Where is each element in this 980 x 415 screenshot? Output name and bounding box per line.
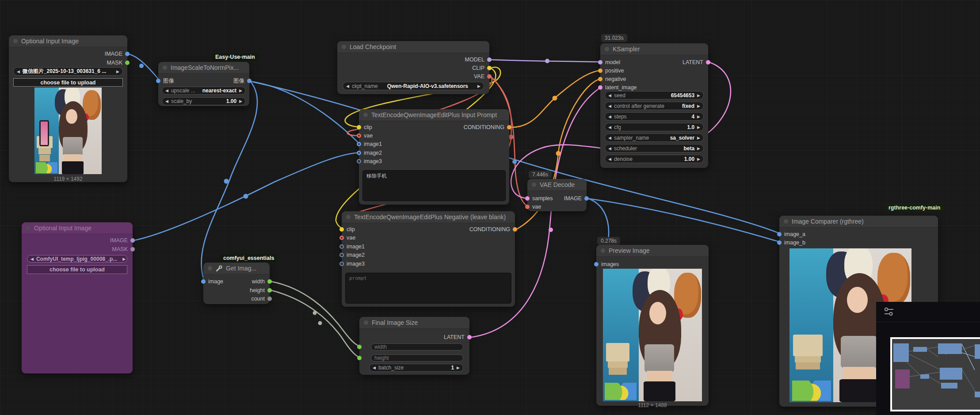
- output-image-port[interactable]: 图像: [233, 77, 252, 84]
- input-image2-port[interactable]: image2: [339, 251, 365, 259]
- image-port-icon[interactable]: [584, 196, 589, 201]
- scheduler-widget[interactable]: ◀ scheduler beta ▶: [605, 144, 704, 152]
- upload-button[interactable]: choose file to upload: [27, 265, 127, 274]
- sliders-icon[interactable]: [883, 306, 895, 317]
- input-image1-port[interactable]: image1: [339, 243, 365, 250]
- combo-left-arrow-icon[interactable]: ◀: [608, 114, 611, 119]
- steps-widget[interactable]: ◀ steps 4 ▶: [605, 112, 704, 121]
- node-title-bar[interactable]: VAE Decode: [527, 179, 587, 191]
- output-mask-port[interactable]: MASK: [112, 246, 135, 253]
- collapse-dot-icon[interactable]: [532, 183, 536, 187]
- image-port-icon[interactable]: [357, 159, 361, 164]
- output-mask-port[interactable]: MASK: [107, 59, 130, 66]
- graph-minimap[interactable]: [890, 337, 980, 411]
- input-image-b-port[interactable]: image_b: [777, 239, 805, 246]
- input-image-port[interactable]: image: [201, 278, 223, 285]
- node-title-bar[interactable]: KSampler: [600, 43, 708, 55]
- combo-right-arrow-icon[interactable]: ▶: [697, 146, 700, 151]
- scale-by-widget[interactable]: ◀ scale_by 1.00 ▶: [162, 97, 246, 105]
- ckpt-name-combo[interactable]: ◀ ckpt_name Qwen-Rapid-AIO-v3.safetensor…: [343, 82, 484, 90]
- node-positive-prompt[interactable]: TextEncodeQwenImageEditPlus Input Prompt…: [359, 109, 509, 205]
- combo-right-arrow-icon[interactable]: ▶: [697, 157, 700, 161]
- input-images-port[interactable]: images: [594, 261, 619, 268]
- input-positive-port[interactable]: positive: [598, 67, 624, 74]
- node-image-scale[interactable]: ImageScaleToNormPix... 图像 图像 ◀ upscale .…: [158, 62, 249, 106]
- combo-right-arrow-icon[interactable]: ▶: [697, 104, 700, 108]
- combo-left-arrow-icon[interactable]: ◀: [373, 366, 376, 370]
- combo-left-arrow-icon[interactable]: ◀: [17, 69, 20, 74]
- collapse-dot-icon[interactable]: [363, 113, 368, 117]
- combo-right-arrow-icon[interactable]: ▶: [697, 136, 700, 140]
- image-port-icon[interactable]: [339, 262, 344, 266]
- combo-right-arrow-icon[interactable]: ▶: [697, 125, 700, 129]
- collapse-dot-icon[interactable]: [346, 215, 351, 219]
- image-port-icon[interactable]: [156, 79, 160, 83]
- node-title-bar[interactable]: Load Checkpoint: [337, 41, 489, 53]
- file-combo[interactable]: ◀ ComfyUI_temp_ljpig_00008_.p... ▶: [27, 255, 127, 263]
- latent-port-icon[interactable]: [706, 60, 710, 65]
- input-image-a-port[interactable]: image_a: [777, 231, 805, 238]
- node-title-bar[interactable]: Optional Input Image: [22, 222, 133, 234]
- output-model-port[interactable]: MODEL: [465, 56, 492, 63]
- conditioning-port-icon[interactable]: [598, 69, 602, 73]
- input-negative-port[interactable]: negative: [598, 76, 626, 83]
- input-height-port-icon[interactable]: [357, 356, 362, 360]
- node-title-bar[interactable]: TextEncodeQwenImageEditPlus Input Prompt: [359, 109, 509, 121]
- output-conditioning-port[interactable]: CONDITIONING: [469, 226, 517, 233]
- input-image-port[interactable]: 图像: [156, 77, 174, 84]
- image-port-icon[interactable]: [357, 142, 361, 146]
- combo-right-arrow-icon[interactable]: ▶: [697, 114, 700, 119]
- latent-port-icon[interactable]: [598, 85, 602, 90]
- node-preview-image[interactable]: Preview Image images 1112 × 1488: [596, 245, 709, 406]
- output-image-port[interactable]: IMAGE: [564, 195, 589, 202]
- prompt-textarea[interactable]: 移除手机: [362, 170, 506, 201]
- input-clip-port[interactable]: clip: [339, 226, 355, 233]
- output-conditioning-port[interactable]: CONDITIONING: [464, 124, 511, 131]
- node-optional-input-image-2[interactable]: Optional Input Image IMAGE MASK ◀ ComfyU…: [22, 222, 133, 373]
- node-final-image-size[interactable]: Final Image Size LATENT width height ◀ b…: [359, 317, 469, 375]
- node-title-bar[interactable]: Image Comparer (rgthree): [779, 216, 938, 228]
- image-port-icon[interactable]: [201, 279, 206, 284]
- combo-left-arrow-icon[interactable]: ◀: [31, 257, 34, 261]
- vae-port-icon[interactable]: [339, 236, 344, 240]
- image-port-icon[interactable]: [357, 151, 361, 155]
- image-port-icon[interactable]: [247, 79, 252, 83]
- node-title-bar[interactable]: ImageScaleToNormPix...: [158, 62, 249, 74]
- node-title-bar[interactable]: Preview Image: [596, 245, 709, 257]
- collapse-dot-icon[interactable]: [163, 65, 167, 70]
- image-port-icon[interactable]: [777, 240, 782, 245]
- node-vae-decode[interactable]: VAE Decode samples vae IMAGE: [527, 179, 587, 211]
- node-get-image-size[interactable]: Get Imag... image width height count: [203, 263, 270, 304]
- input-width-port-icon[interactable]: [357, 345, 362, 349]
- model-port-icon[interactable]: [487, 57, 492, 62]
- node-optional-input-image-1[interactable]: Optional Input Image IMAGE MASK ◀ 微信图片_2…: [9, 35, 127, 182]
- combo-left-arrow-icon[interactable]: ◀: [608, 136, 611, 140]
- file-combo[interactable]: ◀ 微信图片_2025-10-13_003631_6 ... ▶: [13, 67, 123, 76]
- node-graph-canvas[interactable]: Optional Input Image IMAGE MASK ◀ 微信图片_2…: [0, 0, 980, 415]
- node-title-bar[interactable]: Final Image Size: [359, 317, 469, 329]
- output-height-port[interactable]: height: [250, 287, 272, 294]
- input-latent-port[interactable]: latent_image: [598, 84, 637, 91]
- int-port-icon[interactable]: [267, 297, 272, 301]
- vae-port-icon[interactable]: [357, 133, 361, 138]
- clip-port-icon[interactable]: [487, 66, 492, 70]
- seed-widget[interactable]: ◀ seed 65454653 ▶: [605, 91, 704, 99]
- combo-left-arrow-icon[interactable]: ◀: [346, 84, 349, 88]
- node-ksampler[interactable]: KSampler model positive negative latent_…: [600, 43, 708, 168]
- output-width-port[interactable]: width: [252, 278, 272, 285]
- prompt-textarea[interactable]: prompt: [345, 273, 511, 304]
- combo-right-arrow-icon[interactable]: ▶: [457, 366, 460, 370]
- combo-right-arrow-icon[interactable]: ▶: [239, 99, 242, 103]
- combo-left-arrow-icon[interactable]: ◀: [608, 146, 611, 151]
- conditioning-port-icon[interactable]: [598, 77, 602, 81]
- output-count-port[interactable]: count: [251, 295, 272, 302]
- combo-right-arrow-icon[interactable]: ▶: [697, 93, 700, 98]
- collapse-dot-icon[interactable]: [605, 47, 609, 51]
- combo-left-arrow-icon[interactable]: ◀: [165, 88, 168, 93]
- mask-port-icon[interactable]: [130, 247, 135, 251]
- int-port-icon[interactable]: [267, 288, 272, 293]
- height-input-widget[interactable]: height: [371, 354, 463, 362]
- int-port-icon[interactable]: [267, 279, 272, 284]
- conditioning-port-icon[interactable]: [513, 227, 517, 232]
- combo-left-arrow-icon[interactable]: ◀: [165, 99, 168, 103]
